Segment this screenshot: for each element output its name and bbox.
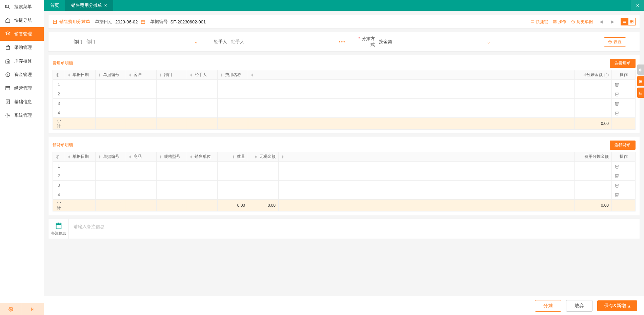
more-icon[interactable]: •••: [337, 39, 348, 44]
next-doc-icon[interactable]: ▶: [609, 18, 616, 25]
table-row[interactable]: 1: [53, 80, 636, 89]
col-qty[interactable]: ▲▼数量: [218, 152, 248, 162]
prev-doc-icon[interactable]: ◀: [598, 18, 604, 25]
tab-bar: 首页 销售费用分摊单 ✕ ✕: [44, 0, 644, 11]
trash-icon[interactable]: [615, 92, 632, 96]
doc-icon: [53, 19, 57, 24]
col-alloc[interactable]: 可分摊金额?: [575, 70, 612, 80]
svg-rect-24: [531, 21, 534, 23]
calendar-icon[interactable]: [141, 19, 145, 24]
doc-date-value[interactable]: 2023-06-02: [115, 19, 138, 24]
allocate-button[interactable]: 分摊: [535, 300, 561, 312]
document-title: 销售费用分摊单: [53, 19, 90, 25]
gear-column[interactable]: [53, 152, 65, 162]
col-no[interactable]: ▲▼单据编号: [96, 152, 126, 162]
sidebar-label: 采购管理: [14, 44, 32, 51]
method-field: *分摊方式 按金额 ⌄: [355, 36, 492, 48]
col-amount[interactable]: ▲▼无税金额: [248, 152, 279, 162]
footer-bar: 分摊 放弃 保存&新增 ▴: [44, 296, 644, 315]
sidebar-item-business[interactable]: 经营管理: [0, 81, 44, 95]
dept-input[interactable]: [86, 38, 188, 46]
sidebar-item-search[interactable]: 搜索菜单: [0, 0, 44, 14]
search-icon: [5, 4, 11, 10]
doc-date-label: 单据日期: [95, 19, 113, 25]
svg-point-42: [56, 155, 59, 158]
discard-button[interactable]: 放弃: [566, 300, 592, 312]
chevron-down-icon[interactable]: ⌄: [192, 39, 200, 44]
trash-icon[interactable]: [615, 101, 632, 106]
view-grid-icon[interactable]: [628, 18, 636, 25]
settings-button[interactable]: [0, 303, 22, 315]
save-and-new-button[interactable]: 保存&新增 ▴: [597, 300, 637, 311]
col-fee[interactable]: 费用分摊金额: [575, 152, 612, 162]
trash-icon[interactable]: [615, 111, 632, 115]
help-icon[interactable]: ?: [604, 73, 609, 77]
sidebar-item-system[interactable]: 系统管理: [0, 109, 44, 122]
trash-icon[interactable]: [615, 82, 632, 87]
trash-icon[interactable]: [615, 183, 632, 188]
col-op: 操作: [612, 70, 636, 80]
float-handle-1[interactable]: ◐: [637, 64, 644, 75]
col-dept[interactable]: ▲▼部门: [157, 70, 187, 80]
col-date[interactable]: ▲▼单据日期: [65, 70, 96, 80]
svg-rect-8: [6, 87, 10, 90]
table-row[interactable]: 2: [53, 89, 636, 99]
sidebar-item-baseinfo[interactable]: 基础信息: [0, 95, 44, 109]
sidebar-item-stock[interactable]: 库存核算: [0, 54, 44, 68]
float-handle-3[interactable]: ▤: [637, 88, 644, 98]
document-header: 销售费用分摊单 单据日期 2023-06-02 单据编号 SF-20230602…: [48, 15, 640, 29]
handler-input[interactable]: [231, 38, 333, 46]
chevron-down-icon[interactable]: ⌄: [485, 39, 492, 44]
select-sales-button[interactable]: 选销货单: [610, 141, 636, 150]
col-feename[interactable]: ▲▼费用名称: [218, 70, 248, 80]
trash-icon[interactable]: [615, 192, 632, 197]
col-product[interactable]: ▲▼商品: [126, 152, 157, 162]
sidebar-item-funds[interactable]: ¥ 资金管理: [0, 68, 44, 81]
svg-rect-20: [141, 20, 145, 23]
sidebar-item-purchase[interactable]: 采购管理: [0, 41, 44, 54]
tab-close-icon[interactable]: ✕: [104, 3, 107, 8]
svg-rect-5: [7, 61, 8, 63]
col-spec[interactable]: ▲▼规格型号: [157, 152, 187, 162]
col-unit[interactable]: ▲▼销售单位: [187, 152, 218, 162]
close-all-tabs[interactable]: ✕: [631, 0, 644, 11]
table-row[interactable]: 2: [53, 171, 636, 181]
remarks-input[interactable]: [69, 219, 640, 239]
sales-icon: [5, 31, 11, 37]
col-customer[interactable]: ▲▼客户: [126, 70, 157, 80]
table-row[interactable]: 1: [53, 162, 636, 171]
float-handle-2[interactable]: ▣: [637, 76, 644, 86]
collapse-button[interactable]: [22, 303, 44, 315]
subtotal-row: 小计0.000.000.00: [53, 200, 636, 211]
history-link[interactable]: 历史单据: [571, 19, 593, 25]
shortcut-link[interactable]: 快捷键: [530, 19, 548, 25]
col-date[interactable]: ▲▼单据日期: [65, 152, 96, 162]
table-row[interactable]: 4: [53, 190, 636, 200]
select-expense-button[interactable]: 选费用单: [610, 59, 636, 68]
sidebar-item-sales[interactable]: 销售管理: [0, 27, 44, 41]
table-row[interactable]: 3: [53, 99, 636, 108]
operate-link[interactable]: 操作: [553, 19, 566, 25]
sidebar-footer: [0, 303, 44, 315]
chevron-up-icon: ▴: [628, 303, 630, 309]
col-op: 操作: [612, 152, 636, 162]
trash-icon[interactable]: [615, 173, 632, 178]
home-icon: [5, 17, 11, 23]
col-no[interactable]: ▲▼单据编号: [96, 70, 126, 80]
trash-icon[interactable]: [615, 164, 632, 169]
view-list-icon[interactable]: [621, 18, 628, 25]
tab-home[interactable]: 首页: [44, 0, 65, 11]
method-value[interactable]: 按金额: [379, 37, 481, 47]
svg-rect-27: [554, 22, 555, 23]
settings-button[interactable]: 设置: [604, 37, 626, 47]
gear-column[interactable]: [53, 70, 65, 80]
col-handler[interactable]: ▲▼经手人: [187, 70, 218, 80]
cart-icon: [5, 44, 11, 51]
sidebar-item-quicknav[interactable]: 快捷导航: [0, 14, 44, 27]
sidebar-label: 销售管理: [14, 31, 32, 37]
remarks-panel: 备注信息: [48, 219, 640, 239]
svg-rect-43: [56, 223, 61, 229]
table-row[interactable]: 3: [53, 181, 636, 190]
table-row[interactable]: 4: [53, 108, 636, 118]
tab-current[interactable]: 销售费用分摊单 ✕: [65, 0, 113, 11]
